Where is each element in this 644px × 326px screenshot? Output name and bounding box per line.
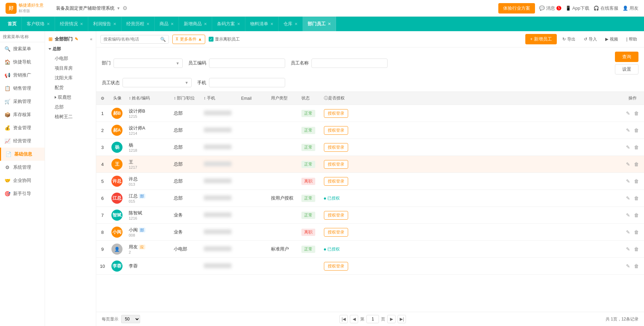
app-download-btn[interactable]: 📱 App下载 (565, 5, 589, 11)
settings-icon[interactable]: ⚙ (123, 5, 127, 11)
phone-input[interactable] (209, 78, 285, 87)
tab-barcode[interactable]: 条码方案 ✕ (212, 17, 245, 31)
query-button[interactable]: 查询 (615, 52, 638, 62)
delete-btn[interactable]: 🗑 (633, 212, 640, 219)
sidebar-item-system[interactable]: ⚙ 系统管理 (0, 161, 45, 174)
tab-close-icon[interactable]: ✕ (113, 22, 116, 26)
sidebar-item-search[interactable]: 🔍 搜索菜单 (0, 42, 45, 55)
tab-add-goods[interactable]: 新增商品 ✕ (179, 17, 212, 31)
reset-button[interactable]: 设置 (615, 64, 638, 74)
help-btn[interactable]: | 帮助 (624, 35, 640, 44)
sidebar-item-finance[interactable]: 💰 资金管理 (0, 121, 45, 134)
status-select[interactable]: ▾ (123, 78, 192, 87)
dept-item-shenyang[interactable]: 沈阳大库 (55, 73, 96, 83)
prev-page-btn[interactable]: ◀ (350, 315, 358, 323)
message-btn[interactable]: 💬 消息 5 (539, 5, 561, 11)
tab-close-icon[interactable]: ✕ (171, 22, 174, 26)
tab-close-icon[interactable]: ✕ (80, 22, 83, 26)
dept-item-shuanglu[interactable]: 双鹿想 (55, 92, 96, 102)
tab-goods[interactable]: 商品 ✕ (155, 17, 179, 31)
edit-btn[interactable]: ✎ (625, 263, 632, 270)
auth-login-btn[interactable]: 授权登录 (324, 109, 348, 118)
sidebar-item-inventory[interactable]: 📦 库存核算 (0, 108, 45, 121)
dept-item-zongbu2[interactable]: 总部 (55, 102, 96, 112)
sidebar-item-management[interactable]: 📈 经营管理 (0, 134, 45, 148)
edit-btn[interactable]: ✎ (625, 144, 632, 151)
delete-btn[interactable]: 🗑 (633, 178, 640, 185)
tab-operation[interactable]: 经营情况 ✕ (55, 17, 88, 31)
edit-btn[interactable]: ✎ (625, 178, 632, 185)
sidebar-item-collab[interactable]: 🤝 企业协同 (0, 174, 45, 187)
dept-item-xiaodian[interactable]: 小电部 (55, 54, 96, 63)
emp-name-input[interactable] (311, 59, 388, 68)
tab-dept-employee[interactable]: 部门员工 ✕ (303, 17, 336, 31)
edit-btn[interactable]: ✎ (625, 246, 632, 253)
tab-close-icon[interactable]: ✕ (270, 22, 273, 26)
dept-item-project[interactable]: 项目库房 (55, 63, 96, 73)
edit-btn[interactable]: ✎ (625, 110, 632, 117)
page-number-input[interactable] (366, 315, 379, 323)
tab-close-icon[interactable]: ✕ (328, 22, 331, 26)
search-menu-input[interactable] (3, 34, 45, 39)
tab-customer[interactable]: 客户联络 ✕ (22, 17, 55, 31)
import-btn[interactable]: ↺ 导入 (581, 35, 600, 44)
delete-btn[interactable]: 🗑 (633, 263, 640, 270)
edit-btn[interactable]: ✎ (625, 229, 632, 236)
dept-edit-icon[interactable]: ✎ (75, 37, 78, 42)
emp-code-input[interactable] (209, 59, 285, 68)
sidebar-item-purchase[interactable]: 🛒 采购管理 (0, 95, 45, 108)
delete-btn[interactable]: 🗑 (633, 195, 640, 202)
tab-history[interactable]: 经营历程 ✕ (121, 17, 155, 31)
export-btn[interactable]: ↻ 导出 (560, 35, 578, 44)
auth-login-btn[interactable]: 授权登录 (324, 126, 348, 135)
view-btn[interactable]: ▶ 视频 (602, 35, 621, 44)
edit-btn[interactable]: ✎ (625, 212, 632, 219)
edit-btn[interactable]: ✎ (625, 127, 632, 134)
auth-login-btn[interactable]: 授权登录 (324, 211, 348, 220)
tab-warehouse[interactable]: 仓库 ✕ (279, 17, 303, 31)
tab-close-icon[interactable]: ✕ (47, 22, 50, 26)
delete-btn[interactable]: 🗑 (633, 161, 640, 168)
show-dimission-checkbox[interactable]: ✓ 显示离职员工 (209, 36, 240, 42)
edit-btn[interactable]: ✎ (625, 161, 632, 168)
dept-section-zonbu[interactable]: 总部 (45, 44, 96, 54)
col-phone[interactable]: ↕ 手机 (201, 92, 238, 105)
tab-home[interactable]: 首页 (3, 17, 22, 31)
last-page-btn[interactable]: ▶| (398, 315, 406, 323)
auth-login-btn[interactable]: 授权登录 (324, 143, 348, 152)
dept-select[interactable]: ▾ (114, 59, 183, 68)
sidebar-item-basic[interactable]: 📄 基础信息 (0, 148, 45, 161)
add-employee-button[interactable]: + 新增员工 (525, 34, 557, 44)
emp-search-icon[interactable]: 🔍 (160, 37, 166, 42)
delete-btn[interactable]: 🗑 (633, 144, 640, 151)
user-btn[interactable]: 👤 用友 (623, 5, 638, 11)
tab-profit[interactable]: 利润报告 ✕ (88, 17, 121, 31)
delete-btn[interactable]: 🗑 (633, 246, 640, 253)
dept-item-peihuo[interactable]: 配货 (55, 83, 96, 92)
more-filter-btn[interactable]: ⊼ 更多条件 ▲ (172, 35, 205, 44)
auth-login-btn[interactable]: 授权登录 (324, 262, 348, 271)
dropdown-arrow-icon[interactable]: ▾ (117, 6, 120, 11)
delete-btn[interactable]: 🗑 (633, 229, 640, 236)
tab-close-icon[interactable]: ✕ (237, 22, 240, 26)
sidebar-item-quicknav[interactable]: 🏠 快捷导航 (0, 55, 45, 69)
tab-bom[interactable]: 物料清单 ✕ (245, 17, 279, 31)
auth-login-btn[interactable]: 授权登录 (324, 177, 348, 186)
auth-login-btn[interactable]: 授权登录 (324, 228, 348, 237)
sidebar-item-marketing[interactable]: 📢 营销推广 (0, 69, 45, 82)
delete-btn[interactable]: 🗑 (633, 127, 640, 134)
next-page-btn[interactable]: ▶ (387, 315, 396, 323)
per-page-select[interactable]: 50 100 (121, 315, 140, 323)
emp-search-input[interactable] (103, 37, 159, 42)
tab-close-icon[interactable]: ✕ (146, 22, 149, 26)
sidebar-item-sales[interactable]: 📋 销售管理 (0, 82, 45, 95)
tab-close-icon[interactable]: ✕ (294, 22, 298, 26)
trial-button[interactable]: 体验行业方案 (498, 3, 535, 14)
sidebar-item-guide[interactable]: 🎯 新手引导 (0, 187, 45, 200)
first-page-btn[interactable]: |◀ (339, 315, 348, 323)
auth-login-btn[interactable]: 授权登录 (324, 160, 348, 169)
edit-btn[interactable]: ✎ (625, 195, 632, 202)
online-service-btn[interactable]: 🎧 在线客服 (593, 5, 618, 11)
col-name[interactable]: ↕ 姓名/编码 (126, 92, 171, 105)
dept-collapse-icon[interactable]: « (90, 37, 92, 42)
